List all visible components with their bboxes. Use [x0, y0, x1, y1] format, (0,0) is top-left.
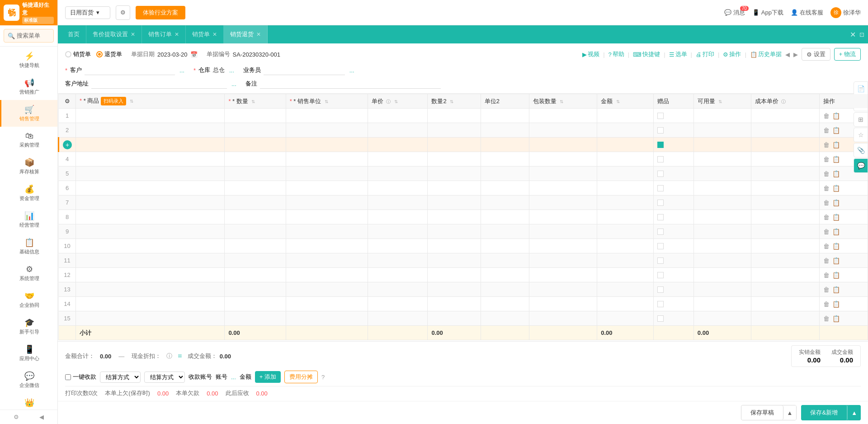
tab-close-all-button[interactable]: ✕: [850, 30, 856, 39]
user-profile-button[interactable]: 徐 徐泽华: [830, 7, 861, 18]
qty-cell-7[interactable]: [225, 195, 286, 210]
product-cell-10[interactable]: [76, 239, 225, 253]
unit-cell-11[interactable]: [286, 253, 368, 268]
sidebar-item-basic-info[interactable]: 📋 基础信息: [0, 233, 57, 260]
delete-row-13-icon[interactable]: 🗑: [823, 286, 830, 293]
tab-sales-invoice[interactable]: 销货单 ✕: [186, 25, 224, 43]
price-info-icon[interactable]: ⓘ: [386, 99, 391, 104]
product-cell-9[interactable]: [76, 224, 225, 239]
sidebar-item-purchase[interactable]: 🛍 采购管理: [0, 127, 57, 153]
available-cell-7[interactable]: [693, 195, 751, 210]
amount-cell-9[interactable]: [597, 224, 654, 239]
available-cell-5[interactable]: [693, 167, 751, 181]
video-btn[interactable]: ▶ 视频: [582, 50, 599, 58]
price-cell-15[interactable]: [368, 311, 428, 326]
unit2-cell-2[interactable]: [481, 123, 529, 138]
tab-price-setting[interactable]: 售价提取设置 ✕: [86, 25, 142, 43]
delete-row-12-icon[interactable]: 🗑: [823, 272, 830, 279]
unit-cell-8[interactable]: [286, 210, 368, 224]
amount-cell-7[interactable]: [597, 195, 654, 210]
product-cell-15[interactable]: [76, 311, 225, 326]
cost-cell-12[interactable]: [751, 268, 820, 282]
discount-info-icon[interactable]: ⓘ: [166, 352, 172, 360]
gift-cell-9[interactable]: [653, 224, 693, 239]
pkg-cell-11[interactable]: [529, 253, 597, 268]
pkg-cell-2[interactable]: [529, 123, 597, 138]
column-setting-button[interactable]: ⚙ 设置: [802, 48, 830, 61]
price-cell-12[interactable]: [368, 268, 428, 282]
qty2-cell-12[interactable]: [428, 268, 481, 282]
product-cell-12[interactable]: [76, 268, 225, 282]
copy-row-14-icon[interactable]: 📋: [832, 300, 840, 308]
radio-return[interactable]: 退货单: [96, 50, 122, 58]
copy-row-5-icon[interactable]: 📋: [832, 170, 840, 177]
online-service-button[interactable]: 👤 在线客服: [791, 9, 823, 17]
qty-cell-3[interactable]: [225, 138, 286, 152]
message-button[interactable]: 💬 消息 70: [724, 9, 745, 17]
gift-checkbox-7[interactable]: [657, 200, 664, 206]
amount-cell-2[interactable]: [597, 123, 654, 138]
add-row-cell[interactable]: +: [59, 138, 76, 152]
save-draft-button[interactable]: 保存草稿: [741, 405, 783, 420]
qty2-sort-icon[interactable]: ⇅: [450, 99, 453, 104]
cost-info-icon[interactable]: ⓘ: [781, 99, 786, 104]
tab-sales-invoice-close[interactable]: ✕: [212, 31, 217, 38]
qty2-cell-14[interactable]: [428, 297, 481, 311]
delete-row-8-icon[interactable]: 🗑: [823, 214, 830, 221]
tab-sales-order[interactable]: 销售订单 ✕: [142, 25, 186, 43]
copy-row-2-icon[interactable]: 📋: [832, 127, 840, 134]
pkg-cell-3[interactable]: [529, 138, 597, 152]
qty-cell-11[interactable]: [225, 253, 286, 268]
copy-row-3-icon[interactable]: 📋: [832, 141, 840, 148]
pkg-cell-10[interactable]: [529, 239, 597, 253]
copy-row-15-icon[interactable]: 📋: [832, 315, 840, 322]
gift-checkbox-1[interactable]: [657, 113, 664, 119]
copy-row-1-icon[interactable]: 📋: [832, 112, 840, 119]
pkg-cell-15[interactable]: [529, 311, 597, 326]
delete-row-6-icon[interactable]: 🗑: [823, 185, 830, 192]
price-cell-5[interactable]: [368, 167, 428, 181]
sidebar-collapse-icon[interactable]: ◀: [39, 414, 44, 420]
gift-cell-11[interactable]: [653, 253, 693, 268]
cost-cell-2[interactable]: [751, 123, 820, 138]
product-cell-2[interactable]: [76, 123, 225, 138]
amount-cell-10[interactable]: [597, 239, 654, 253]
gift-cell-5[interactable]: [653, 167, 693, 181]
available-cell-13[interactable]: [693, 282, 751, 297]
product-cell-1[interactable]: [76, 109, 225, 123]
amount-sort-icon[interactable]: ⇅: [616, 99, 620, 104]
right-panel-message-icon[interactable]: 💬: [854, 158, 868, 173]
qty2-cell-13[interactable]: [428, 282, 481, 297]
amount-cell-15[interactable]: [597, 311, 654, 326]
copy-row-8-icon[interactable]: 📋: [832, 214, 840, 221]
cost-cell-4[interactable]: [751, 152, 820, 167]
cost-cell-8[interactable]: [751, 210, 820, 224]
unit-cell-14[interactable]: [286, 297, 368, 311]
cost-cell-3[interactable]: [751, 138, 820, 152]
radio-sale[interactable]: 销货单: [65, 50, 91, 58]
sidebar-item-sales[interactable]: 🛒 销售管理: [0, 100, 57, 127]
delete-row-7-icon[interactable]: 🗑: [823, 199, 830, 206]
unit2-cell-9[interactable]: [481, 224, 529, 239]
sidebar-item-wechat[interactable]: 💬 企业微信: [0, 367, 57, 393]
qty-cell-6[interactable]: [225, 181, 286, 195]
pkg-cell-8[interactable]: [529, 210, 597, 224]
sidebar-item-app-center[interactable]: 📱 应用中心: [0, 340, 57, 367]
price-cell-1[interactable]: [368, 109, 428, 123]
cost-cell-6[interactable]: [751, 181, 820, 195]
qty-sort-icon[interactable]: ⇅: [251, 99, 255, 104]
qty-cell-4[interactable]: [225, 152, 286, 167]
cost-cell-10[interactable]: [751, 239, 820, 253]
copy-row-7-icon[interactable]: 📋: [832, 199, 840, 206]
delete-row-15-icon[interactable]: 🗑: [823, 315, 830, 322]
unit-cell-4[interactable]: [286, 152, 368, 167]
unit2-cell-5[interactable]: [481, 167, 529, 181]
unit-cell-2[interactable]: [286, 123, 368, 138]
product-cell-14[interactable]: [76, 297, 225, 311]
product-cell-6[interactable]: [76, 181, 225, 195]
copy-row-6-icon[interactable]: 📋: [832, 185, 840, 192]
qty2-cell-3[interactable]: [428, 138, 481, 152]
qty-cell-12[interactable]: [225, 268, 286, 282]
available-cell-3[interactable]: [693, 138, 751, 152]
delete-row-3-icon[interactable]: 🗑: [823, 141, 830, 148]
